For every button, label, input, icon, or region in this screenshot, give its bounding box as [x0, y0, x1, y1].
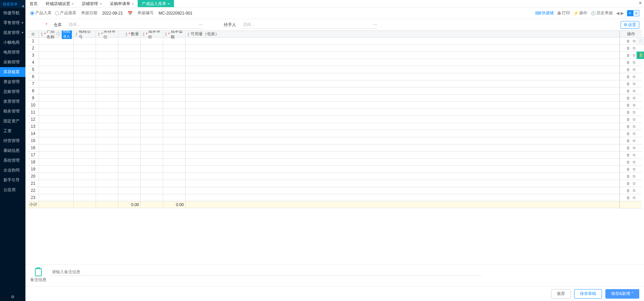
- cell-amount[interactable]: [163, 137, 186, 144]
- cell-product[interactable]: [39, 152, 74, 159]
- cell-avail[interactable]: [186, 194, 620, 201]
- cell-price[interactable]: [141, 95, 163, 102]
- cell-qty[interactable]: [118, 73, 141, 80]
- table-row[interactable]: 8: [27, 87, 620, 95]
- sidebar-item[interactable]: 采购管理: [0, 57, 25, 67]
- cell-amount[interactable]: [163, 187, 186, 194]
- copy-icon[interactable]: ⧉: [633, 124, 636, 129]
- cell-qty[interactable]: [118, 159, 141, 166]
- sidebar-item[interactable]: 库存核算: [0, 67, 25, 77]
- copy-icon[interactable]: ⧉: [633, 174, 636, 179]
- tab[interactable]: 产成品入库单×: [138, 0, 174, 7]
- cell-qty[interactable]: [118, 194, 141, 201]
- cell-price[interactable]: [141, 52, 163, 59]
- cell-price[interactable]: [141, 144, 163, 152]
- cell-spec[interactable]: [74, 116, 96, 123]
- cell-amount[interactable]: [163, 73, 186, 80]
- header-amount[interactable]: ▲▼*成本金额: [163, 31, 186, 38]
- table-row[interactable]: 12: [27, 116, 620, 123]
- sidebar-item[interactable]: 零售管理▾: [0, 18, 25, 28]
- header-avail[interactable]: ▲▼可用量（包装）: [186, 31, 620, 38]
- delete-icon[interactable]: 🗑: [626, 67, 630, 72]
- action-button[interactable]: ⚡ 操作: [573, 10, 587, 16]
- cell-avail[interactable]: [186, 180, 620, 187]
- cell-product[interactable]: [39, 66, 74, 73]
- delete-icon[interactable]: 🗑: [626, 188, 630, 193]
- cell-amount[interactable]: [163, 102, 186, 109]
- cell-product[interactable]: [39, 116, 74, 123]
- cell-product[interactable]: [39, 173, 74, 180]
- cell-price[interactable]: [141, 173, 163, 180]
- warehouse-select[interactable]: 选择... ⋯: [67, 21, 203, 29]
- cell-product[interactable]: [39, 59, 74, 66]
- cell-avail[interactable]: [186, 166, 620, 173]
- delete-icon[interactable]: 🗑: [626, 82, 630, 86]
- delete-icon[interactable]: 🗑: [626, 196, 630, 200]
- cell-qty[interactable]: [118, 152, 141, 159]
- copy-icon[interactable]: ⧉: [633, 96, 636, 100]
- cell-price[interactable]: [141, 66, 163, 73]
- cell-spec[interactable]: [74, 73, 96, 80]
- cell-price[interactable]: [141, 87, 163, 95]
- cell-price[interactable]: [141, 152, 163, 159]
- cell-price[interactable]: [141, 159, 163, 166]
- table-row[interactable]: 5: [27, 66, 620, 73]
- cell-amount[interactable]: [163, 66, 186, 73]
- copy-icon[interactable]: ⧉: [633, 89, 636, 93]
- cell-spec[interactable]: [74, 123, 96, 130]
- close-icon[interactable]: ×: [168, 0, 170, 7]
- table-row[interactable]: 4: [27, 59, 620, 66]
- sidebar-item[interactable]: 基础信息: [0, 146, 25, 156]
- cell-product[interactable]: [39, 102, 74, 109]
- cell-unit[interactable]: [96, 166, 118, 173]
- tab[interactable]: 首页: [25, 0, 42, 7]
- table-row[interactable]: 17: [27, 152, 620, 159]
- cell-avail[interactable]: [186, 59, 620, 66]
- table-row[interactable]: 14: [27, 130, 620, 137]
- rail-tab-2[interactable]: 📗: [637, 52, 644, 59]
- delete-icon[interactable]: 🗑: [626, 60, 630, 64]
- cell-price[interactable]: [141, 180, 163, 187]
- delete-icon[interactable]: 🗑: [626, 96, 630, 100]
- cell-spec[interactable]: [74, 102, 96, 109]
- copy-icon[interactable]: ⧉: [633, 196, 636, 200]
- sidebar-item[interactable]: 工资: [0, 126, 25, 136]
- cell-unit[interactable]: [96, 52, 118, 59]
- cell-product[interactable]: [39, 87, 74, 95]
- copy-icon[interactable]: ⧉: [633, 67, 636, 72]
- history-button[interactable]: 🕘 历史单据: [591, 10, 613, 16]
- delete-icon[interactable]: 🗑: [626, 75, 630, 79]
- cell-avail[interactable]: [186, 38, 620, 45]
- cell-qty[interactable]: [118, 109, 141, 116]
- cell-amount[interactable]: [163, 59, 186, 66]
- cell-price[interactable]: [141, 109, 163, 116]
- cell-qty[interactable]: [118, 45, 141, 52]
- table-row[interactable]: 16: [27, 144, 620, 152]
- copy-icon[interactable]: ⧉: [633, 39, 636, 43]
- memo-input[interactable]: [51, 268, 481, 276]
- rail-tab-1[interactable]: 📄: [637, 37, 644, 45]
- tab[interactable]: 店铺管理×: [78, 0, 105, 7]
- cell-unit[interactable]: [96, 59, 118, 66]
- cell-spec[interactable]: [74, 95, 96, 102]
- header-spec[interactable]: ▲▼规格型号: [74, 31, 96, 38]
- cell-unit[interactable]: [96, 173, 118, 180]
- cell-avail[interactable]: [186, 137, 620, 144]
- cell-price[interactable]: [141, 123, 163, 130]
- cell-product[interactable]: [39, 45, 74, 52]
- cell-spec[interactable]: [74, 130, 96, 137]
- cell-spec[interactable]: [74, 152, 96, 159]
- save-new-button[interactable]: 保存&新增 ˄: [605, 289, 639, 299]
- copy-icon[interactable]: ⧉: [633, 160, 636, 164]
- cell-qty[interactable]: [118, 87, 141, 95]
- sidebar-item[interactable]: 电商管理: [0, 47, 25, 57]
- cell-product[interactable]: [39, 144, 74, 152]
- delete-icon[interactable]: 🗑: [626, 167, 630, 171]
- delete-icon[interactable]: 🗑: [626, 89, 630, 93]
- cell-unit[interactable]: [96, 73, 118, 80]
- cell-qty[interactable]: [118, 59, 141, 66]
- cell-qty[interactable]: [118, 95, 141, 102]
- table-row[interactable]: 19: [27, 166, 620, 173]
- header-product[interactable]: ▲▼*产品名称ⓘ扫码录入: [39, 31, 74, 38]
- cell-qty[interactable]: [118, 180, 141, 187]
